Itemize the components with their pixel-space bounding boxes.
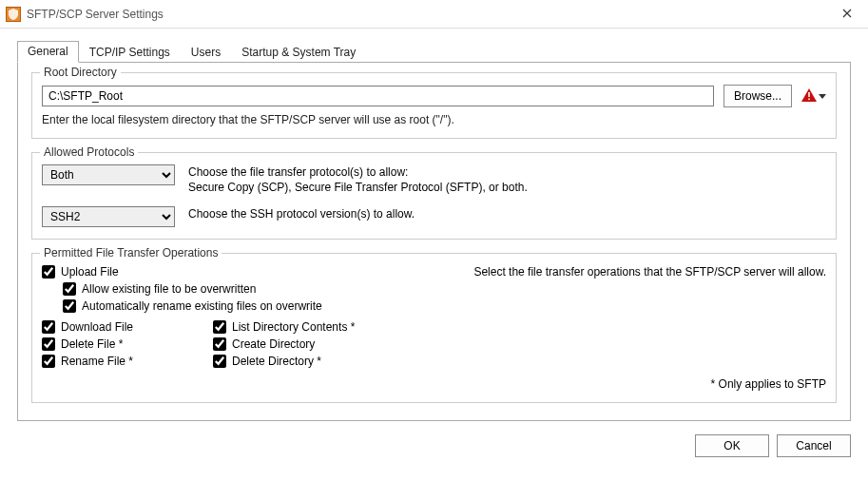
transfer-protocol-select[interactable]: Both [42,164,175,185]
create-directory-label: Create Directory [232,337,315,351]
ssh-protocol-desc: Choose the SSH protocol version(s) to al… [188,206,415,221]
root-directory-help: Enter the local filesystem directory tha… [42,113,826,126]
operations-footnote: * Only applies to SFTP [42,377,826,391]
transfer-protocol-desc: Choose the file transfer protocol(s) to … [188,164,528,195]
transfer-protocol-desc-line2: Secure Copy (SCP), Secure File Transfer … [188,180,528,195]
rename-file-input[interactable] [42,355,55,368]
upload-file-input[interactable] [42,265,55,279]
allow-overwrite-label: Allow existing file to be overwritten [82,282,256,296]
download-file-checkbox[interactable]: Download File [42,320,194,334]
title-bar: SFTP/SCP Server Settings [0,0,868,29]
tab-panel-general: Root Directory Browse... [17,63,851,421]
close-button[interactable] [828,1,866,28]
ok-button[interactable]: OK [695,434,769,457]
permitted-operations-legend: Permitted File Transfer Operations [40,246,222,260]
auto-rename-input[interactable] [63,299,76,313]
list-directory-input[interactable] [213,320,226,334]
create-directory-checkbox[interactable]: Create Directory [213,337,365,351]
download-file-label: Download File [61,320,133,334]
delete-file-label: Delete File * [61,337,123,351]
cancel-button[interactable]: Cancel [777,434,851,457]
rename-file-checkbox[interactable]: Rename File * [42,355,194,368]
delete-directory-label: Delete Directory * [232,355,321,368]
delete-directory-input[interactable] [213,355,226,368]
upload-file-checkbox[interactable]: Upload File [42,265,365,279]
chevron-down-icon [819,89,826,103]
svg-rect-1 [808,98,810,100]
warning-dropdown[interactable] [801,88,826,105]
permitted-operations-group: Permitted File Transfer Operations Uploa… [31,253,837,403]
allowed-protocols-group: Allowed Protocols Both Choose the file t… [31,152,837,240]
transfer-protocol-desc-line1: Choose the file transfer protocol(s) to … [188,164,528,180]
warning-icon [801,88,817,105]
delete-directory-checkbox[interactable]: Delete Directory * [213,355,365,368]
tab-strip: General TCP/IP Settings Users Startup & … [17,42,851,63]
download-file-input[interactable] [42,320,55,334]
dialog-button-row: OK Cancel [0,421,868,457]
svg-rect-0 [808,92,810,97]
close-icon [842,8,852,21]
ssh-protocol-select[interactable]: SSH2 [42,206,175,227]
auto-rename-checkbox[interactable]: Automatically rename existing files on o… [63,299,365,313]
tab-startup[interactable]: Startup & System Tray [231,42,366,63]
app-shield-icon [6,7,21,22]
operations-note: Select the file transfer operations that… [473,265,826,279]
tab-tcpip[interactable]: TCP/IP Settings [79,42,181,63]
list-directory-checkbox[interactable]: List Directory Contents * [213,320,365,334]
create-directory-input[interactable] [213,337,226,351]
root-directory-group: Root Directory Browse... [31,72,837,139]
allow-overwrite-input[interactable] [63,282,76,296]
tab-general[interactable]: General [17,41,79,63]
root-directory-input[interactable] [42,86,714,106]
delete-file-checkbox[interactable]: Delete File * [42,337,194,351]
browse-button[interactable]: Browse... [723,85,792,107]
list-directory-label: List Directory Contents * [232,320,355,334]
upload-file-label: Upload File [61,265,119,279]
rename-file-label: Rename File * [61,355,133,368]
delete-file-input[interactable] [42,337,55,351]
root-directory-legend: Root Directory [40,66,121,79]
allowed-protocols-legend: Allowed Protocols [40,145,138,159]
window-title: SFTP/SCP Server Settings [27,8,828,21]
tab-users[interactable]: Users [181,42,231,63]
allow-overwrite-checkbox[interactable]: Allow existing file to be overwritten [63,282,365,296]
auto-rename-label: Automatically rename existing files on o… [82,299,322,313]
